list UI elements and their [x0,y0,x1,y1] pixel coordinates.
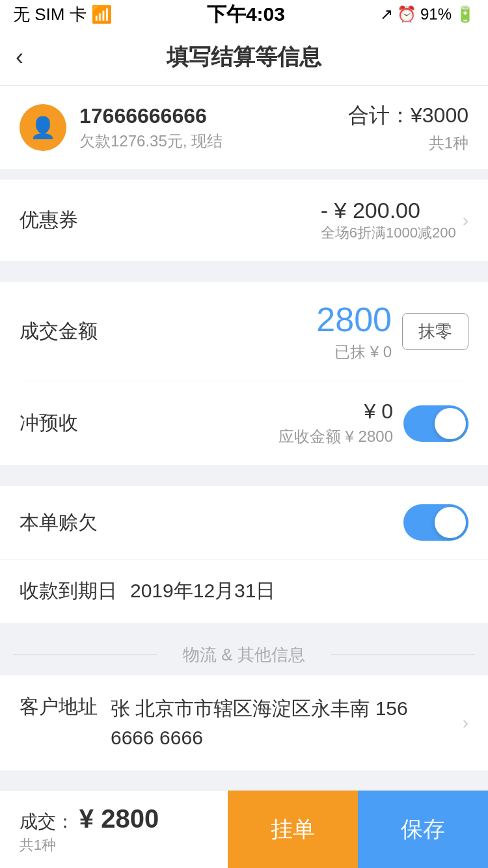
coupon-row[interactable]: 优惠券 - ¥ 200.00 全场6折满1000减200 › [0,180,488,261]
pre-receive-wrap: ¥ 0 应收金额 ¥ 2800 [278,400,468,447]
coupon-label: 优惠券 [20,207,78,234]
sim-text: 无 SIM 卡 📶 [13,3,112,26]
logistics-header: 物流 & 其他信息 [0,634,488,675]
battery-icon: 🔋 [455,5,475,23]
credit-row: 本单赊欠 [20,486,468,559]
bottom-summary: 成交： ¥ 2800 共1种 [0,804,228,855]
total-amount: 合计：¥3000 [348,102,468,130]
pre-receive-value: ¥ 0 [364,400,393,424]
status-left: 无 SIM 卡 📶 [13,3,112,26]
status-right: ↗ ⏰ 91% 🔋 [380,5,475,23]
address-row[interactable]: 客户地址 张 北京市市辖区海淀区永丰南 156 6666 6666 › [0,675,488,770]
address-label: 客户地址 [20,694,98,720]
form-section-1: 成交金额 2800 已抹 ¥ 0 抹零 冲预收 ¥ 0 应收金额 ¥ 2800 [0,282,488,465]
nav-bar: ‹ 填写结算等信息 [0,29,488,86]
logistics-line-right [331,655,475,655]
logistics-line-left [13,655,157,655]
deal-amount-row: 成交金额 2800 已抹 ¥ 0 抹零 [20,282,468,381]
user-row: 👤 17666666666 欠款1276.35元, 现结 合计：¥3000 共1… [0,86,488,169]
toggle-knob [435,408,466,439]
battery-text: 91% [420,5,452,23]
location-icon: ↗ [380,5,393,23]
status-time: 下午4:03 [207,1,285,28]
total-count: 共1种 [348,133,468,154]
save-button[interactable]: 保存 [358,791,488,869]
user-sub: 欠款1276.35元, 现结 [79,131,223,152]
page-title: 填写结算等信息 [167,42,321,72]
due-date-label: 收款到期日 [20,578,117,604]
address-value: 张 北京市市辖区海淀区永丰南 156 6666 6666 [111,694,456,752]
avatar: 👤 [20,104,66,151]
bottom-deal-amount: ¥ 2800 [79,804,159,833]
coupon-right: - ¥ 200.00 全场6折满1000减200 › [321,198,468,243]
pre-receive-row: 冲预收 ¥ 0 应收金额 ¥ 2800 [20,381,468,465]
deal-amount-label: 成交金额 [20,318,111,345]
deal-amount-sub: 已抹 ¥ 0 [316,342,392,362]
user-info: 17666666666 欠款1276.35元, 现结 [79,104,223,152]
deal-amount-value: 2800 [316,300,392,339]
bottom-deal-count: 共1种 [20,835,208,855]
back-button[interactable]: ‹ [16,44,23,71]
coupon-desc: 全场6折满1000减200 [321,223,456,243]
section-divider-3 [0,623,488,634]
clock-icon: ⏰ [397,5,416,23]
section-divider-2 [0,476,488,486]
pre-receive-toggle[interactable] [403,405,468,442]
hang-button[interactable]: 挂单 [228,791,358,869]
user-phone: 17666666666 [79,104,223,128]
status-bar: 无 SIM 卡 📶 下午4:03 ↗ ⏰ 91% 🔋 [0,0,488,29]
credit-label: 本单赊欠 [20,509,111,536]
round-down-button[interactable]: 抹零 [402,313,468,350]
section-divider-1 [0,271,488,282]
due-date-value: 2019年12月31日 [130,578,275,604]
address-section: 客户地址 张 北京市市辖区海淀区永丰南 156 6666 6666 › [0,675,488,770]
deal-amount-wrap: 2800 已抹 ¥ 0 抹零 [316,300,468,362]
avatar-icon: 👤 [30,115,56,140]
credit-toggle[interactable] [403,504,468,541]
pre-receive-sub: 应收金额 ¥ 2800 [278,426,393,447]
bottom-deal-line: 成交： ¥ 2800 [20,804,208,834]
credit-toggle-knob [435,507,466,538]
address-arrow-icon: › [463,712,468,733]
user-total: 合计：¥3000 共1种 [348,102,468,154]
coupon-arrow-icon: › [463,210,468,231]
total-value: ¥3000 [411,103,468,127]
coupon-amount: - ¥ 200.00 [321,198,456,223]
due-date-row: 收款到期日 2019年12月31日 [0,560,488,623]
pre-receive-label: 冲预收 [20,410,111,437]
total-label: 合计： [348,103,411,127]
bottom-deal-label: 成交： [20,811,74,832]
logistics-text: 物流 & 其他信息 [183,644,305,666]
bottom-bar: 成交： ¥ 2800 共1种 挂单 保存 [0,790,488,868]
